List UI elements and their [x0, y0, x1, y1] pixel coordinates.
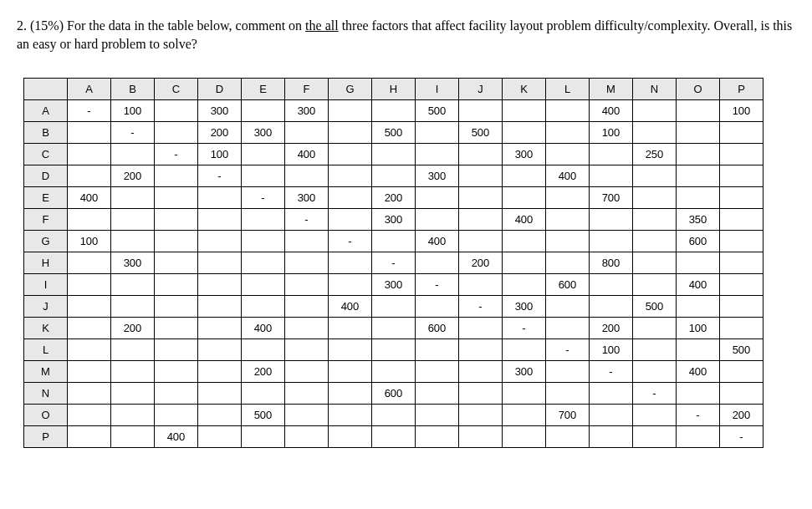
data-cell: [111, 338, 155, 360]
data-cell: [155, 317, 198, 338]
data-cell: [633, 230, 677, 252]
data-cell: -: [677, 404, 720, 425]
data-cell: [633, 121, 677, 143]
table-row: H300-200800: [24, 252, 763, 273]
data-cell: 400: [590, 99, 633, 121]
data-cell: [677, 425, 720, 447]
data-cell: [372, 295, 416, 317]
data-cell: [285, 360, 329, 382]
corner-cell: [24, 78, 68, 99]
data-cell: [720, 382, 763, 404]
data-cell: [111, 208, 155, 230]
data-cell: [329, 404, 372, 425]
data-cell: [677, 186, 720, 208]
data-cell: [633, 360, 677, 382]
data-cell: [633, 404, 677, 425]
data-cell: [372, 230, 416, 252]
data-cell: [372, 317, 416, 338]
data-cell: [111, 404, 155, 425]
data-cell: [720, 360, 763, 382]
data-cell: -: [720, 425, 763, 447]
data-cell: [459, 338, 503, 360]
row-header: J: [24, 295, 68, 317]
data-cell: [285, 382, 329, 404]
data-cell: [68, 295, 111, 317]
data-cell: 200: [242, 360, 285, 382]
data-cell: [329, 121, 372, 143]
data-cell: [242, 338, 285, 360]
data-cell: 350: [677, 208, 720, 230]
data-cell: -: [198, 165, 242, 186]
data-cell: [155, 99, 198, 121]
row-header: B: [24, 121, 68, 143]
row-header: L: [24, 338, 68, 360]
data-cell: [590, 208, 633, 230]
data-cell: [459, 317, 503, 338]
data-cell: [242, 252, 285, 273]
data-cell: 300: [198, 99, 242, 121]
data-cell: 400: [242, 317, 285, 338]
col-header: N: [633, 78, 677, 99]
data-cell: [590, 295, 633, 317]
data-cell: [416, 186, 459, 208]
data-cell: [329, 99, 372, 121]
row-header: F: [24, 208, 68, 230]
data-cell: [198, 208, 242, 230]
data-cell: [198, 252, 242, 273]
question-part1: For the data in the table below, comment…: [64, 18, 305, 33]
data-cell: 300: [285, 186, 329, 208]
data-cell: [285, 252, 329, 273]
data-cell: [720, 252, 763, 273]
data-cell: [329, 143, 372, 165]
data-cell: [633, 208, 677, 230]
data-cell: 400: [416, 230, 459, 252]
data-cell: [546, 252, 590, 273]
data-cell: [285, 425, 329, 447]
data-table: ABCDEFGHIJKLMNOP A-100300300500400100B-2…: [23, 78, 763, 448]
table-row: B-200300500500100: [24, 121, 763, 143]
data-cell: [677, 338, 720, 360]
row-header: E: [24, 186, 68, 208]
data-cell: [633, 317, 677, 338]
data-cell: [68, 317, 111, 338]
data-cell: 100: [677, 317, 720, 338]
data-cell: [503, 273, 546, 295]
data-cell: [198, 317, 242, 338]
data-cell: [546, 143, 590, 165]
data-cell: [503, 230, 546, 252]
data-cell: 100: [198, 143, 242, 165]
col-header: H: [372, 78, 416, 99]
data-cell: [503, 404, 546, 425]
data-cell: 300: [372, 208, 416, 230]
col-header: P: [720, 78, 763, 99]
data-cell: [546, 382, 590, 404]
data-cell: [242, 382, 285, 404]
data-cell: [459, 208, 503, 230]
data-cell: [68, 208, 111, 230]
col-header: L: [546, 78, 590, 99]
data-cell: [546, 208, 590, 230]
data-cell: [459, 404, 503, 425]
data-cell: [720, 317, 763, 338]
data-cell: 300: [242, 121, 285, 143]
data-cell: 300: [503, 360, 546, 382]
data-cell: 100: [590, 338, 633, 360]
data-cell: [242, 230, 285, 252]
row-header: P: [24, 425, 68, 447]
data-cell: 100: [720, 99, 763, 121]
data-cell: [111, 143, 155, 165]
data-cell: [242, 295, 285, 317]
data-cell: -: [633, 382, 677, 404]
data-cell: [546, 186, 590, 208]
data-cell: [459, 382, 503, 404]
data-cell: 400: [546, 165, 590, 186]
data-cell: [111, 295, 155, 317]
table-row: O500700-200: [24, 404, 763, 425]
data-cell: [155, 208, 198, 230]
data-cell: 100: [68, 230, 111, 252]
data-cell: [285, 121, 329, 143]
data-cell: [285, 404, 329, 425]
data-cell: [242, 425, 285, 447]
data-cell: [416, 382, 459, 404]
data-cell: [68, 425, 111, 447]
